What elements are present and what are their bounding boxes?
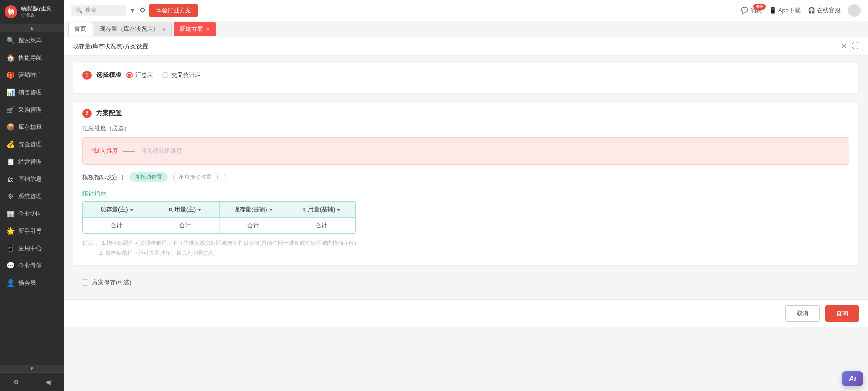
radio-summary[interactable]: 汇总表 <box>126 71 153 79</box>
section1-badge: 1 <box>82 71 92 80</box>
message-badge: 99+ <box>753 4 766 10</box>
search-placeholder: 搜索 <box>85 6 96 14</box>
topbar-right: 💬 消息 99+ 📱 App下载 🎧 在线客服 <box>741 4 861 17</box>
stats-table: 现存量(主) 可用量(主) 现存量(基辅) 可用量(基辅) <box>82 201 356 234</box>
expand-panel-btn[interactable]: ⛶ <box>852 42 859 51</box>
cancel-button[interactable]: 取消 <box>785 305 820 322</box>
content-area: 现存量(库存状况表)方案设置 ✕ ⛶ 1 选择模板 汇总表 <box>64 37 868 391</box>
member-icon: 👤 <box>6 279 15 287</box>
settings-footer-btn[interactable]: ⚙ <box>10 376 23 387</box>
radio-cross-circle <box>162 72 168 78</box>
stats-col-3-header[interactable]: 现存量(基辅) <box>220 202 288 217</box>
sidebar-item-label: 快捷导航 <box>18 54 42 62</box>
trial-btn[interactable]: 体验行业方案 <box>149 4 198 17</box>
tips-section: 提示： 1.拖动标题栏可以调整布局，不可跨维度或指标区域拖动栏目字段(只能在同一… <box>82 238 849 258</box>
sidebar-item-marketing[interactable]: 🎁 营销推广 <box>0 67 64 84</box>
sidebar-scroll-up[interactable]: ▲ <box>0 24 64 32</box>
stats-col-4-label: 可用量(基辅) <box>302 206 336 214</box>
sales-icon: 📊 <box>6 88 15 97</box>
stats-col-4-header[interactable]: 可用量(基辅) <box>287 202 355 217</box>
app-center-icon: 📱 <box>6 244 15 252</box>
user-avatar[interactable] <box>848 4 861 17</box>
tab-new-scheme-close[interactable]: ✕ <box>206 26 210 32</box>
close-panel-btn[interactable]: ✕ <box>841 42 847 51</box>
message-btn[interactable]: 💬 消息 99+ <box>741 6 762 15</box>
sidebar-item-basic-info[interactable]: 🗂 基础信息 <box>0 170 64 188</box>
service-label: 在线客服 <box>817 6 841 15</box>
message-icon: 💬 <box>741 7 748 14</box>
tab-new-scheme-label: 新建方案 <box>179 25 203 33</box>
app-edition: 标准版 <box>21 12 51 18</box>
sidebar-item-sales[interactable]: 📊 销售管理 <box>0 84 64 101</box>
sidebar-item-enterprise[interactable]: 🏢 企业协同 <box>0 205 64 222</box>
wechat-icon: 💬 <box>6 262 15 270</box>
tab-home-label: 首页 <box>74 25 86 33</box>
non-draggable-chip: 不可拖动位置 <box>173 172 218 182</box>
tab-new-scheme[interactable]: 新建方案 ✕ <box>174 22 216 36</box>
quick-nav-icon: 🏠 <box>6 54 15 62</box>
sidebar-item-wechat[interactable]: 💬 企业微信 <box>0 257 64 274</box>
tab-home[interactable]: 首页 <box>68 22 92 36</box>
toggle-sidebar-btn[interactable]: ◀ <box>42 376 54 387</box>
stats-cell-1-1: 合计 <box>83 218 151 233</box>
ai-float-button[interactable]: Ai <box>842 371 863 386</box>
radio-cross-label: 交叉统计表 <box>171 71 201 79</box>
dimension-area[interactable]: *纵向维度 —— 请选择分组维度 <box>82 137 849 165</box>
stats-col-2-header[interactable]: 可用量(主) <box>151 202 220 217</box>
sidebar-item-label: 经营管理 <box>18 158 42 166</box>
page-title: 现存量(库存状况表)方案设置 <box>73 42 148 51</box>
sidebar-item-label: 应用中心 <box>18 244 42 252</box>
query-button[interactable]: 查询 <box>825 305 859 322</box>
sidebar-item-label: 新手引导 <box>18 227 42 235</box>
sidebar-item-operations[interactable]: 📋 经营管理 <box>0 153 64 170</box>
sidebar-scroll-down[interactable]: ▼ <box>0 365 64 372</box>
sidebar-item-newbie[interactable]: 🌟 新手引导 <box>0 222 64 240</box>
sidebar-item-quick-nav[interactable]: 🏠 快捷导航 <box>0 49 64 67</box>
stats-col-1-dropdown-icon <box>130 209 133 211</box>
indicator-setting-row: 模板指标设定（ 可拖动位置 不可拖动位置 ） <box>82 172 849 182</box>
sidebar-item-system[interactable]: ⚙ 系统管理 <box>0 188 64 205</box>
sidebar-item-label: 畅会员 <box>18 279 36 287</box>
stats-table-header: 现存量(主) 可用量(主) 现存量(基辅) 可用量(基辅) <box>83 202 355 217</box>
sidebar-item-label: 库存核算 <box>18 123 42 131</box>
stats-col-1-header[interactable]: 现存量(主) <box>83 202 151 217</box>
stats-section-label: 统计指标 <box>82 190 849 198</box>
page-header-actions: ✕ ⛶ <box>841 42 859 51</box>
search-menu-icon: 🔍 <box>6 36 15 45</box>
search-box[interactable]: 🔍 搜索 <box>71 5 126 16</box>
basic-info-icon: 🗂 <box>6 175 15 183</box>
tabs-bar: 首页 现存量（库存状况表） ✕ 新建方案 ✕ <box>64 21 868 37</box>
inventory-icon: 📦 <box>6 123 15 131</box>
stats-col-2-dropdown-icon <box>198 209 201 211</box>
purchase-icon: 🛒 <box>6 106 15 114</box>
dimension-arrow: —— <box>123 148 135 154</box>
sidebar-item-purchase[interactable]: 🛒 采购管理 <box>0 101 64 118</box>
app-download-icon: 📱 <box>769 7 776 14</box>
footer-bar: 取消 查询 <box>64 299 868 327</box>
page-header: 现存量(库存状况表)方案设置 ✕ ⛶ <box>64 37 868 56</box>
finance-icon: 💰 <box>6 140 15 149</box>
sidebar-item-label: 系统管理 <box>18 192 42 201</box>
sidebar-item-inventory[interactable]: 📦 库存核算 <box>0 118 64 136</box>
online-service-btn[interactable]: 🎧 在线客服 <box>808 6 841 15</box>
search-icon: 🔍 <box>76 7 82 14</box>
save-scheme-checkbox[interactable] <box>82 279 88 286</box>
sidebar-item-finance[interactable]: 💰 资金管理 <box>0 136 64 153</box>
operations-icon: 📋 <box>6 158 15 166</box>
save-row: 方案保存(可选) <box>73 273 859 292</box>
stats-cell-1-2: 合计 <box>151 218 220 233</box>
tip-1: 提示： 1.拖动标题栏可以调整布局，不可跨维度或指标区域拖动栏目字段(只能在同一… <box>82 238 849 248</box>
sidebar-item-search-menu[interactable]: 🔍 搜索菜单 <box>0 32 64 49</box>
radio-cross[interactable]: 交叉统计表 <box>162 71 201 79</box>
section1-header: 1 选择模板 汇总表 交叉统计表 <box>82 71 849 80</box>
stats-col-1-label: 现存量(主) <box>100 206 128 214</box>
tab-inventory-status[interactable]: 现存量（库存状况表） ✕ <box>94 22 172 36</box>
search-dropdown-btn[interactable]: ▼ <box>129 7 136 14</box>
sidebar-item-app-center[interactable]: 📱 应用中心 <box>0 240 64 257</box>
app-download-btn[interactable]: 📱 App下载 <box>769 6 801 15</box>
sidebar-item-member[interactable]: 👤 畅会员 <box>0 274 64 292</box>
topbar-gear-btn[interactable]: ⚙ <box>139 6 146 15</box>
dimension-placeholder: 请选择分组维度 <box>141 147 182 155</box>
stats-cell-1-3: 合计 <box>220 218 288 233</box>
tab-inventory-status-close[interactable]: ✕ <box>162 26 166 32</box>
